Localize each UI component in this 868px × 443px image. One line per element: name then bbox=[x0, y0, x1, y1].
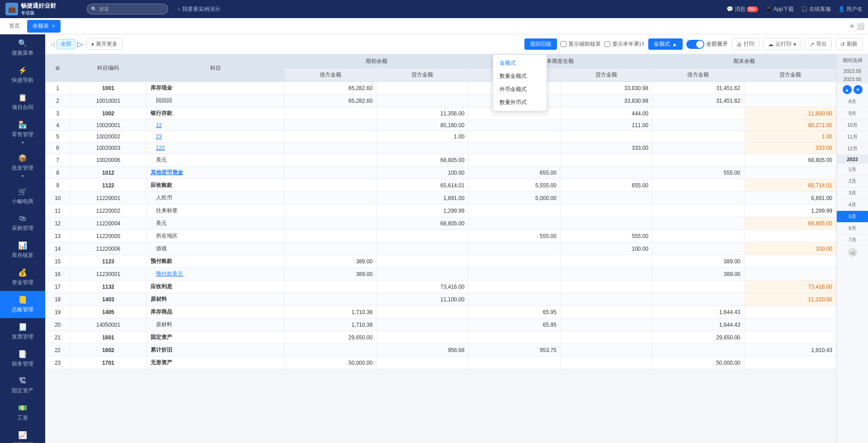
cell-name-link[interactable]: 预付款美元 bbox=[156, 271, 183, 277]
cell-code: 1405 bbox=[70, 306, 146, 319]
cell-cr bbox=[560, 192, 652, 205]
date-month-jan[interactable]: 1月 bbox=[837, 164, 868, 176]
expand-all-toggle[interactable] bbox=[686, 40, 704, 49]
cell-name-link[interactable]: 23 bbox=[156, 133, 162, 140]
cell-code[interactable]: 1012 bbox=[70, 167, 146, 179]
ledger-icon: 📒 bbox=[18, 295, 27, 304]
cell-eb_dr: 389.00 bbox=[652, 255, 744, 268]
online-service-btn[interactable]: 🎧 在线客服 bbox=[801, 5, 831, 13]
tab-home[interactable]: 首页 bbox=[4, 20, 25, 33]
export-btn[interactable]: ↗ 导出 bbox=[805, 38, 832, 50]
mode-option-qty-amount[interactable]: 数量金额式 bbox=[493, 70, 547, 83]
cell-dr: 655.00 bbox=[468, 167, 560, 179]
mode-option-foreign-amount[interactable]: 外币金额式 bbox=[493, 83, 547, 96]
asset-icon: 🏗 bbox=[19, 377, 26, 385]
date-nav-down[interactable]: ▼ bbox=[854, 85, 863, 94]
date-nav-up[interactable]: ▲ bbox=[843, 85, 852, 94]
cell-cr bbox=[560, 167, 652, 179]
cell-code[interactable]: 10020002 bbox=[70, 131, 146, 143]
mode-option-qty-foreign[interactable]: 数量外币式 bbox=[493, 96, 547, 109]
sidebar-item-ledger[interactable]: 📒 总账管理 bbox=[0, 291, 45, 318]
cell-name-link[interactable]: 其他货币资金 bbox=[151, 169, 183, 176]
col-settings[interactable]: ⚙ bbox=[46, 55, 70, 82]
print-btn[interactable]: 🖨 打印 bbox=[731, 38, 760, 50]
sidebar-item-invoice[interactable]: 🧾 发票管理 bbox=[0, 318, 45, 345]
cell-name: 12 bbox=[146, 120, 284, 131]
date-month-dec[interactable]: 12月 bbox=[837, 143, 868, 155]
cell-ob_cr: 80,160.00 bbox=[377, 120, 468, 131]
user-avatar[interactable]: 👤 用户名 bbox=[838, 5, 863, 13]
cell-code[interactable]: 11230001 bbox=[70, 268, 146, 281]
sidebar-item-wholesale[interactable]: 📦 批发管理 ▾ bbox=[0, 149, 45, 183]
refresh-btn[interactable]: ↺ 刷新 bbox=[835, 38, 863, 50]
sidebar-item-capital[interactable]: 💰 资金管理 bbox=[0, 264, 45, 291]
close-window-btn[interactable]: ✕ bbox=[849, 23, 855, 30]
date-month-sep[interactable]: 9月 bbox=[837, 108, 868, 119]
cell-cr bbox=[560, 205, 652, 217]
date-month-jun[interactable]: 6月 bbox=[837, 223, 868, 234]
cell-ob_cr: 65,614.01 bbox=[377, 179, 468, 192]
sidebar-item-retail[interactable]: 🏪 零售管理 ▾ bbox=[0, 116, 45, 149]
date-month-oct[interactable]: 10月 bbox=[837, 119, 868, 131]
date-month-apr[interactable]: 4月 bbox=[837, 199, 868, 211]
cell-eb_dr bbox=[652, 344, 744, 357]
sidebar-item-asset[interactable]: 🏗 固定资产 bbox=[0, 372, 45, 399]
date-month-nov[interactable]: 11月 bbox=[837, 131, 868, 143]
search-group: ◁ 全部 ▷ bbox=[51, 39, 83, 49]
back-old-version-btn[interactable]: 退回旧版 bbox=[524, 38, 557, 50]
expand-more-btn[interactable]: ▾ 展开更多 bbox=[86, 38, 123, 50]
app-download-btn[interactable]: 📱 App下载 bbox=[765, 5, 794, 13]
cloud-print-icon: ☁ bbox=[768, 41, 774, 48]
maximize-btn[interactable]: ⬜ bbox=[857, 23, 864, 30]
cell-no: 20 bbox=[46, 319, 70, 331]
tab-balance[interactable]: 余额表 ✕ bbox=[27, 20, 61, 33]
cell-eb_dr bbox=[652, 230, 744, 243]
date-month-aug[interactable]: 8月 bbox=[837, 96, 868, 108]
cell-eb_cr bbox=[744, 255, 836, 268]
cloud-print-btn[interactable]: ☁ 云打印 ▾ bbox=[763, 38, 801, 50]
date-month-mar[interactable]: 3月 bbox=[837, 187, 868, 199]
sidebar-item-ecommerce[interactable]: 🛒 小畅电商 bbox=[0, 183, 45, 210]
table-container: ⚙ 科目编码 科目 期初余额 本期发生额 期末余额 借方金额 贷方金额 借方金额… bbox=[45, 54, 836, 443]
filter-all-tag[interactable]: 全部 bbox=[57, 39, 75, 49]
sidebar-item-search[interactable]: 🔍 搜索菜单 bbox=[0, 34, 45, 62]
mode-dropdown-btn[interactable]: 金额式 ▲ bbox=[648, 38, 683, 50]
message-btn[interactable]: 💬 消息 99+ bbox=[726, 5, 758, 13]
cell-cr bbox=[560, 131, 652, 143]
mode-dropdown-menu: 金额式 数量金额式 外币金额式 数量外币式 bbox=[493, 54, 547, 111]
sidebar-item-quicknav[interactable]: ⚡ 快捷导航 bbox=[0, 62, 45, 89]
filter-forward-icon[interactable]: ▷ bbox=[77, 40, 83, 48]
cell-code[interactable]: 10020001 bbox=[70, 120, 146, 131]
sidebar-item-purchase[interactable]: 🛍 采购管理 bbox=[0, 210, 45, 237]
cell-cr: 111.00 bbox=[560, 120, 652, 131]
cell-name: 银行存款 bbox=[146, 107, 284, 120]
col-code-header: 科目编码 bbox=[70, 55, 146, 82]
sidebar-item-inventory[interactable]: 📊 库存核算 bbox=[0, 237, 45, 264]
date-month-may[interactable]: 5月 bbox=[837, 211, 868, 223]
cell-ob_dr: 29,650.00 bbox=[284, 331, 376, 344]
cell-code[interactable]: 10020003 bbox=[70, 143, 146, 154]
sidebar-item-salary[interactable]: 💵 工资 bbox=[0, 399, 45, 426]
sidebar-item-operations[interactable]: 📈 经营管理 bbox=[0, 426, 45, 443]
demo-link[interactable]: ○ 我要看实例演示 bbox=[177, 5, 220, 13]
show-assist-checkbox[interactable] bbox=[561, 41, 566, 47]
cell-name-link[interactable]: 12 bbox=[156, 122, 162, 129]
date-month-jul[interactable]: 7月 bbox=[837, 234, 868, 246]
cell-ob_dr bbox=[284, 281, 376, 293]
sidebar-item-project[interactable]: 📋 项目合同 bbox=[0, 89, 45, 116]
search-bar[interactable]: 🔍 搜索 bbox=[87, 4, 168, 14]
sidebar-item-tax[interactable]: 📑 税务管理 bbox=[0, 345, 45, 372]
nav-back-icon[interactable]: ◁ bbox=[51, 41, 55, 48]
app-name: 畅捷通好业财 bbox=[21, 2, 56, 10]
cell-no: 12 bbox=[46, 217, 70, 230]
cell-name: 美元 bbox=[146, 217, 284, 230]
cell-eb_cr bbox=[744, 306, 836, 319]
mode-option-amount[interactable]: 金额式 bbox=[493, 57, 547, 70]
date-month-feb[interactable]: 2月 bbox=[837, 176, 868, 187]
tab-close-icon[interactable]: ✕ bbox=[52, 24, 55, 29]
cell-code: 1701 bbox=[70, 357, 146, 369]
show-yearly-checkbox[interactable] bbox=[604, 41, 610, 47]
cell-name-link[interactable]: 122 bbox=[156, 145, 165, 151]
cell-eb_cr: 60,714.01 bbox=[744, 179, 836, 192]
date-collapse-btn[interactable]: ◁ bbox=[848, 248, 857, 257]
